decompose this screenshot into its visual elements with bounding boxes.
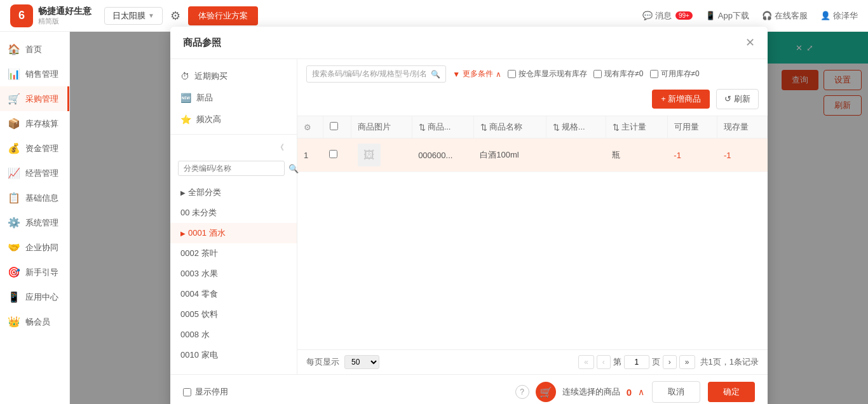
checkbox-warehouse[interactable]: 按仓库显示现有库存 [508, 69, 587, 79]
gear-icon[interactable]: ⚙ [170, 9, 180, 23]
cat-0005[interactable]: 0005 饮料 [170, 304, 297, 325]
product-search-bar[interactable]: 搜索条码/编码/名称/规格型号/别名 🔍 [306, 65, 446, 83]
sidebar-item-label: 采购管理 [25, 93, 58, 105]
collapse-cart-icon[interactable]: ∧ [638, 387, 644, 397]
logo-text: 畅捷通好生意 [38, 5, 92, 17]
sidebar-item-operations[interactable]: 📈 经营管理 [0, 161, 69, 185]
sales-icon: 📊 [8, 68, 20, 80]
cat-all[interactable]: ▶ 全部分类 [170, 182, 297, 203]
cat-0001[interactable]: ▶ 0001 酒水 [170, 223, 297, 243]
page-number-input[interactable] [624, 355, 649, 369]
cancel-button[interactable]: 取消 [652, 381, 700, 403]
confirm-button[interactable]: 确定 [708, 382, 755, 402]
cat-0010[interactable]: 0010 家电 [170, 345, 297, 365]
next-page-button[interactable]: › [663, 355, 677, 369]
select-all-checkbox[interactable] [330, 122, 338, 130]
modal-close-button[interactable]: ✕ [745, 36, 755, 50]
cat-label: 0001 酒水 [188, 227, 226, 239]
warehouse-label: 按仓库显示现有库存 [519, 69, 587, 79]
th-code[interactable]: ⇅ 商品... [412, 116, 473, 138]
sidebar-item-home[interactable]: 🏠 首页 [0, 37, 69, 62]
row-checkbox[interactable] [329, 150, 337, 158]
prev-page-button[interactable]: ‹ [597, 355, 611, 369]
table-gear-icon[interactable]: ⚙ [304, 123, 311, 132]
th-spec[interactable]: ⇅ 规格... [546, 116, 606, 138]
nav-selector[interactable]: 日太阳膜 ▼ [104, 7, 163, 25]
stock-nonzero-checkbox[interactable] [593, 70, 602, 78]
th-name[interactable]: ⇅ 商品名称 [473, 116, 546, 138]
user-item[interactable]: 👤 徐泽华 [820, 10, 858, 22]
td-image: 🖼 [351, 138, 412, 172]
logo-sub: 精简版 [38, 17, 92, 26]
display-disabled-checkbox[interactable] [183, 388, 191, 396]
sidebar-item-label: 系统管理 [25, 217, 58, 229]
add-product-button[interactable]: + 新增商品 [652, 90, 710, 109]
headset-icon: 🎧 [762, 11, 772, 20]
sidebar-item-finance[interactable]: 💰 资金管理 [0, 136, 69, 161]
stock-nonzero-label: 现有库存≠0 [604, 69, 643, 79]
available-nonzero-checkbox[interactable] [650, 70, 658, 78]
th-unit[interactable]: ⇅ 主计量 [606, 116, 667, 138]
cart-icon[interactable]: 🛒 [536, 382, 556, 402]
sidebar-item-label: 基础信息 [25, 192, 58, 204]
sidebar-item-purchase[interactable]: 🛒 采购管理 [0, 86, 69, 111]
th-stock: 现存量 [717, 116, 768, 138]
nav-right: 💬 消息 99+ 📱 App下载 🎧 在线客服 👤 徐泽华 [642, 10, 858, 22]
sidebar-item-inventory[interactable]: 📦 库存核算 [0, 111, 69, 136]
refresh-label: 刷新 [734, 94, 750, 104]
collapse-button[interactable]: 《 [269, 138, 292, 157]
logo-text-wrap: 畅捷通好生意 精简版 [38, 5, 92, 26]
cat-0002[interactable]: 0002 茶叶 [170, 243, 297, 264]
td-name: 白酒100ml [473, 138, 546, 172]
checkbox-available-nonzero[interactable]: 可用库存≠0 [650, 69, 700, 79]
help-icon[interactable]: ? [515, 385, 529, 399]
sidebar-item-label: 资金管理 [25, 143, 58, 154]
notifications-item[interactable]: 💬 消息 99+ [642, 10, 693, 22]
checkbox-stock-nonzero[interactable]: 现有库存≠0 [593, 69, 643, 79]
sidebar-item-label: 应用中心 [25, 292, 58, 303]
cat-0003[interactable]: 0003 水果 [170, 264, 297, 284]
freq-icon: ⭐ [180, 114, 191, 125]
sidebar-item-basic-info[interactable]: 📋 基础信息 [0, 185, 69, 210]
cart-area: ? 🛒 连续选择的商品 0 ∧ [515, 382, 644, 402]
page-word: 第 [613, 356, 621, 368]
recent-purchase-nav[interactable]: ⏱ 近期购买 [170, 65, 297, 87]
user-name: 徐泽华 [833, 10, 858, 22]
th-image: 商品图片 [351, 116, 412, 138]
category-search-input[interactable] [178, 161, 285, 176]
page-unit: 页 [652, 356, 660, 368]
sidebar-item-label: 销售管理 [25, 69, 58, 80]
page-size-select[interactable]: 50 100 [344, 355, 379, 369]
online-service-item[interactable]: 🎧 在线客服 [762, 10, 808, 22]
chevron-down-icon: ▼ [148, 12, 154, 19]
search-icon: 🔍 [431, 70, 440, 79]
sidebar-item-system[interactable]: ⚙️ 系统管理 [0, 210, 69, 235]
sidebar-item-vip[interactable]: 👑 畅会员 [0, 309, 69, 334]
cat-00[interactable]: 00 未分类 [170, 203, 297, 223]
cart-label: 连续选择的商品 [562, 386, 620, 398]
last-page-button[interactable]: » [679, 355, 695, 369]
app-download-item[interactable]: 📱 App下载 [705, 10, 749, 22]
freq-high-nav[interactable]: ⭐ 频次高 [170, 109, 297, 130]
cat-label: 全部分类 [188, 187, 221, 198]
sidebar-item-collab[interactable]: 🤝 企业协同 [0, 235, 69, 260]
trial-button[interactable]: 体验行业方案 [188, 6, 258, 25]
page-navigation: « ‹ 第 页 › » [578, 355, 695, 369]
new-label: 新品 [196, 92, 213, 104]
product-search-placeholder: 搜索条码/编码/名称/规格型号/别名 [312, 69, 427, 79]
sidebar-item-sales[interactable]: 📊 销售管理 [0, 62, 69, 86]
cat-0004[interactable]: 0004 零食 [170, 284, 297, 304]
cat-0008[interactable]: 0008 水 [170, 325, 297, 345]
sidebar-item-guide[interactable]: 🎯 新手引导 [0, 260, 69, 285]
display-disabled-label[interactable]: 显示停用 [183, 386, 228, 398]
table-row[interactable]: 1 🖼 000600... 白酒100ml [297, 138, 768, 172]
logo-area: 6 畅捷通好生意 精简版 [10, 4, 92, 27]
warehouse-checkbox[interactable] [508, 70, 516, 78]
filter-button[interactable]: ▼ 更多条件 ∧ [452, 69, 501, 79]
new-product-nav[interactable]: 🆕 新品 [170, 87, 297, 109]
refresh-table-button[interactable]: ↺ 刷新 [716, 89, 759, 109]
first-page-button[interactable]: « [578, 355, 594, 369]
recent-icon: ⏱ [180, 71, 189, 81]
product-table-wrap: ⚙ 商品图片 [297, 116, 768, 349]
sidebar-item-apps[interactable]: 📱 应用中心 [0, 285, 69, 309]
